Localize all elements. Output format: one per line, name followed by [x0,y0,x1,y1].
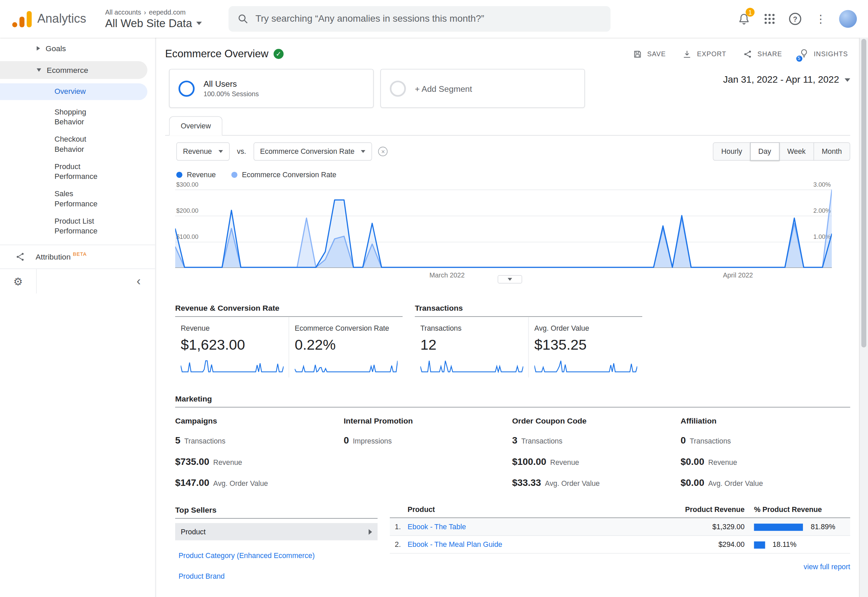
secondary-metric-select[interactable]: Ecommerce Conversion Rate [254,142,373,160]
main-content: Ecommerce Overview ✓ SAVE [156,38,859,597]
marketing-campaigns: Campaigns 5Transactions $735.00Revenue $… [175,416,344,489]
scrollbar-thumb[interactable] [861,39,866,348]
x-axis-month-label: April 2022 [723,272,753,279]
primary-metric-select[interactable]: Revenue [176,142,230,160]
section-title: Transactions [415,304,642,317]
sidebar-item-shopping-behavior[interactable]: Shopping Behavior [0,106,155,129]
vertical-scrollbar[interactable] [859,38,868,597]
section-title: Revenue & Conversion Rate [175,304,403,317]
cell-product-revenue: $1,329.00 [650,523,745,531]
add-segment-circle-icon [390,80,406,97]
sidebar-item-ecommerce[interactable]: Ecommerce [0,61,147,79]
google-apps-button[interactable] [762,12,777,26]
analytics-logo-icon[interactable] [12,10,31,27]
segments-row: All Users 100.00% Sessions + Add Segment… [165,69,850,108]
help-icon: ? [789,13,801,25]
column-header-product[interactable]: Product [390,505,650,514]
scorecard-avg-order-value[interactable]: Avg. Order Value $135.25 [528,317,642,377]
breadcrumb-all-accounts[interactable]: All accounts [105,8,141,16]
remove-comparison-button[interactable]: ✕ [378,147,388,156]
collapse-sidebar-button[interactable]: ‹ [137,269,141,293]
table-header-row: Product Product Revenue % Product Revenu… [390,505,850,518]
dimension-product-brand[interactable]: Product Brand [175,565,378,581]
granularity-day[interactable]: Day [750,142,780,160]
column-header-percent-revenue[interactable]: % Product Revenue [745,505,850,514]
granularity-week[interactable]: Week [779,142,814,160]
chevron-left-icon: ‹ [137,274,141,289]
share-button[interactable]: SHARE [743,49,782,59]
sidebar-item-sales-performance[interactable]: Sales Performance [0,187,155,211]
top-sellers-table: Product Product Revenue % Product Revenu… [390,505,850,581]
scorecard-revenue[interactable]: Revenue $1,623.00 [175,317,289,377]
sparkline-revenue [181,358,284,373]
sidebar-item-goals[interactable]: Goals [0,40,155,56]
save-icon [633,49,642,59]
view-selector-label: All Web Site Data [105,17,192,30]
dimension-product-category[interactable]: Product Category (Enhanced Ecommerce) [175,545,378,561]
vs-label: vs. [237,147,246,156]
chevron-down-icon [218,150,223,153]
top-sellers-section: Top Sellers Product Product Category (En… [165,505,850,581]
column-header-product-revenue[interactable]: Product Revenue [650,505,745,514]
scorecard-transactions[interactable]: Transactions 12 [415,317,528,377]
dimension-product[interactable]: Product [175,523,378,541]
notifications-button[interactable]: 1 [737,12,751,26]
report-tabbar: Overview [165,116,850,135]
chevron-right-icon [37,46,40,50]
insights-button[interactable]: 5 INSIGHTS [799,48,848,59]
segment-title: All Users [204,79,259,88]
date-range-label: Jan 31, 2022 - Apr 11, 2022 [723,74,839,86]
sidebar-item-product-performance[interactable]: Product Performance [0,160,155,183]
report-nav-sidebar: Goals Ecommerce Overview Shopping Behavi… [0,38,156,597]
insights-count-badge: 5 [795,54,803,63]
legend-dot-icon [176,172,182,178]
scorecard-conversion-rate[interactable]: Ecommerce Conversion Rate 0.22% [288,317,402,377]
x-axis-month-label: March 2022 [430,272,465,279]
share-icon [743,49,752,59]
admin-button[interactable]: ⚙ [0,269,37,293]
segment-subtitle: 100.00% Sessions [204,90,259,98]
attribution-icon [16,252,26,262]
sidebar-item-label: Sales Performance [55,189,110,209]
help-button[interactable]: ? [788,12,803,26]
section-title: Marketing [175,394,850,407]
sidebar-item-checkout-behavior[interactable]: Checkout Behavior [0,133,155,156]
sidebar-item-attribution[interactable]: Attribution BETA [0,245,155,269]
sidebar-item-overview[interactable]: Overview [0,83,147,100]
beta-badge: BETA [73,251,87,257]
search-input[interactable] [256,13,602,24]
marketing-order-coupon-code: Order Coupon Code 3Transactions $100.00R… [512,416,681,489]
breadcrumb-account[interactable]: eepedd.com [149,8,186,16]
product-link[interactable]: Ebook - The Meal Plan Guide [408,541,650,549]
sidebar-goals-label: Goals [46,44,66,53]
scorecards-row: Revenue & Conversion Rate Revenue $1,623… [165,304,850,377]
search-bar[interactable] [229,6,611,31]
more-vert-icon: ⋮ [815,12,826,25]
sidebar-item-label: Product List Performance [55,216,110,236]
chevron-down-icon [196,22,202,25]
add-segment-button[interactable]: + Add Segment [380,69,585,108]
google-analytics-app: Analytics All accounts › eepedd.com All … [0,0,868,597]
user-avatar[interactable] [839,10,857,28]
product-link[interactable]: Ebook - The Table [408,523,650,531]
segment-all-users[interactable]: All Users 100.00% Sessions [169,69,374,108]
export-button[interactable]: EXPORT [682,49,726,59]
date-range-picker[interactable]: Jan 31, 2022 - Apr 11, 2022 [723,74,850,86]
save-button[interactable]: SAVE [633,49,666,59]
chart-plot-area[interactable]: $300.00 $200.00 $100.00 3.00% 2.00% 1.00… [175,185,832,268]
granularity-month[interactable]: Month [813,142,850,160]
export-icon [682,49,692,59]
percent-bar [754,524,803,531]
view-full-report-link[interactable]: view full report [390,563,850,571]
sidebar-item-label: Overview [55,88,86,96]
sidebar-item-product-list-performance[interactable]: Product List Performance [0,214,155,238]
view-selector[interactable]: All Web Site Data [105,17,202,30]
xaxis-expander-button[interactable] [498,275,522,284]
tab-overview[interactable]: Overview [169,116,223,135]
more-options-button[interactable]: ⋮ [813,12,828,26]
legend-dot-icon [232,172,238,178]
timeseries-chart: $300.00 $200.00 $100.00 3.00% 2.00% 1.00… [175,185,832,288]
granularity-hourly[interactable]: Hourly [713,142,751,160]
chevron-right-icon [369,529,372,534]
brand-name: Analytics [37,12,86,26]
